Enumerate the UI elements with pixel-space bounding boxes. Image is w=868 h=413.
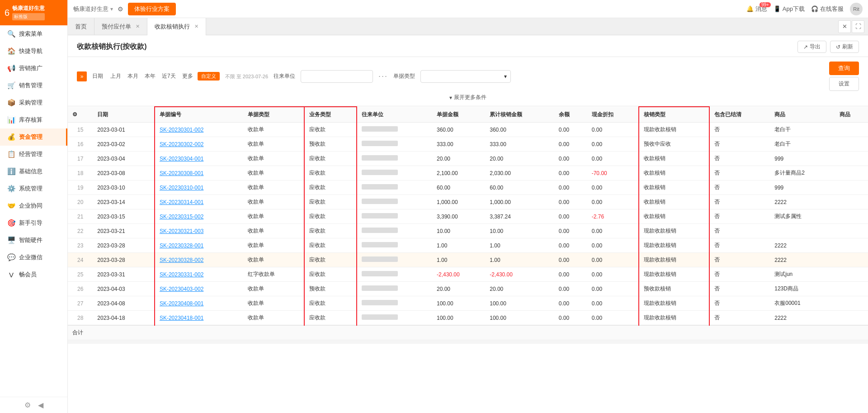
tab-home[interactable]: 首页 (68, 18, 94, 35)
sidebar-item-inventory[interactable]: 📊库存核算 (0, 111, 67, 128)
cell-voucher-type: 收款单 (243, 253, 304, 267)
voucher-link[interactable]: SK-20230321-003 (160, 228, 203, 234)
cell-cash-discount: 0.00 (587, 195, 639, 209)
cell-date: 2023-03-01 (93, 123, 155, 137)
cell-date: 2023-03-21 (93, 224, 155, 238)
sidebar-item-member[interactable]: V畅会员 (0, 266, 67, 283)
voucher-link[interactable]: SK-20230418-001 (160, 315, 203, 321)
date-custom-btn[interactable]: 自定义 (198, 72, 220, 81)
cell-voucher-no: SK-20230304-001 (155, 152, 243, 166)
table-row: 15 2023-03-01 SK-20230301-002 收款单 应收款 36… (68, 123, 868, 137)
date-7days-btn[interactable]: 近7天 (160, 71, 178, 81)
filter-toggle-button[interactable]: » (77, 71, 87, 81)
voucher-link[interactable]: SK-20230314-001 (160, 199, 203, 205)
collapse-icon[interactable]: ◀ (38, 401, 43, 409)
sidebar-item-sales[interactable]: 🛒销售管理 (0, 77, 67, 94)
solution-button[interactable]: 体验行业方案 (128, 3, 176, 15)
voucher-link[interactable]: SK-20230310-001 (160, 185, 203, 191)
voucher-link[interactable]: SK-20230308-001 (160, 170, 203, 176)
expand-more-button[interactable]: ▾ 展开更多条件 (449, 94, 486, 101)
cell-include-settled: 否 (709, 311, 770, 326)
date-filter-label: 日期 (92, 72, 103, 80)
setting-button[interactable]: 设置 (829, 77, 859, 91)
cell-voucher-no: SK-20230403-002 (155, 282, 243, 296)
table-row: 16 2023-03-02 SK-20230302-002 收款单 预收款 33… (68, 137, 868, 152)
bell-icon: 🔔 (746, 5, 754, 12)
notification-item[interactable]: 🔔 消息 99+ (746, 5, 767, 13)
cell-accumulated: 100.00 (485, 311, 554, 326)
sidebar-item-corp[interactable]: 🤝企业协同 (0, 197, 67, 214)
cell-voucher-no: SK-20230331-002 (155, 267, 243, 282)
export-button[interactable]: ↗ 导出 (797, 41, 826, 53)
cell-goods2 (835, 152, 868, 166)
cell-date: 2023-03-28 (93, 253, 155, 267)
th-amount: 单据金额 (432, 107, 485, 123)
online-service-item[interactable]: 🎧 在线客服 (811, 5, 844, 13)
cell-goods: 多计量商品2 (770, 166, 835, 180)
voucher-link[interactable]: SK-20230403-002 (160, 286, 203, 292)
cell-write-off-type: 现款收款核销 (639, 311, 709, 326)
th-settings[interactable]: ⚙ (68, 107, 93, 123)
cell-write-off-type: 收款核销 (639, 166, 709, 180)
voucher-link[interactable]: SK-20230408-001 (160, 300, 203, 307)
date-last-month-btn[interactable]: 上月 (108, 71, 123, 81)
sidebar-item-marketing[interactable]: 📢营销推广 (0, 60, 67, 77)
voucher-link[interactable]: SK-20230301-002 (160, 127, 203, 133)
date-this-month-btn[interactable]: 本月 (126, 71, 140, 81)
sidebar-item-finance[interactable]: 💰资金管理 (0, 128, 67, 146)
tab-collection[interactable]: 收款核销执行✕ (147, 18, 206, 35)
refresh-icon: ↺ (836, 44, 840, 50)
cell-include-settled: 否 (709, 296, 770, 311)
app-download-item[interactable]: 📱 App下载 (774, 5, 805, 13)
sidebar-item-wechat[interactable]: 💬企业微信 (0, 249, 67, 266)
voucher-type-select[interactable]: ▾ (420, 70, 511, 83)
cell-date: 2023-04-18 (93, 311, 155, 326)
cell-amount: -2,430.00 (432, 267, 485, 282)
fullscreen-button[interactable]: ⛶ (852, 20, 864, 33)
cell-date: 2023-03-08 (93, 166, 155, 180)
user-avatar[interactable]: Rit (850, 3, 863, 15)
cell-biz-type: 应收款 (304, 238, 357, 253)
close-tab-button[interactable]: ✕ (838, 20, 851, 33)
tab-prepay[interactable]: 预付应付单✕ (94, 18, 147, 35)
voucher-link[interactable]: SK-20230304-001 (160, 156, 203, 162)
refresh-button[interactable]: ↺ 刷新 (830, 41, 859, 53)
sidebar-item-nav[interactable]: 🏠快捷导航 (0, 43, 67, 60)
cell-write-off-type: 预收款核销 (639, 282, 709, 296)
sidebar-item-system[interactable]: ⚙️系统管理 (0, 180, 67, 197)
date-this-year-btn[interactable]: 本年 (143, 71, 157, 81)
more-filters-dots[interactable]: ··· (378, 71, 388, 81)
sidebar-item-purchase[interactable]: 📦采购管理 (0, 94, 67, 111)
sidebar-item-operation[interactable]: 📋经营管理 (0, 146, 67, 163)
voucher-link[interactable]: SK-20230328-001 (160, 242, 203, 249)
sidebar-item-search[interactable]: 🔍搜索菜单 (0, 25, 67, 43)
cell-write-off-type: 收款核销 (639, 152, 709, 166)
voucher-link[interactable]: SK-20230331-002 (160, 271, 203, 278)
guide-label: 新手引导 (19, 219, 42, 227)
voucher-link[interactable]: SK-20230302-002 (160, 141, 203, 147)
cell-goods2 (835, 224, 868, 238)
cell-goods: 2222 (770, 311, 835, 326)
sidebar-item-hardware[interactable]: 🖥️智能硬件 (0, 232, 67, 249)
scrollbar[interactable] (68, 340, 868, 344)
tabbar-right: ✕ ⛶ (838, 20, 868, 33)
sidebar-item-guide[interactable]: 🎯新手引导 (0, 214, 67, 232)
voucher-link[interactable]: SK-20230315-002 (160, 214, 203, 220)
cell-goods2 (835, 137, 868, 152)
tab-close-collection[interactable]: ✕ (194, 24, 198, 29)
tab-close-prepay[interactable]: ✕ (136, 24, 140, 29)
table-row: 20 2023-03-14 SK-20230314-001 收款单 应收款 1,… (68, 195, 868, 209)
cell-index: 27 (68, 296, 93, 311)
partner-input[interactable] (301, 70, 373, 83)
cell-voucher-type: 收款单 (243, 209, 304, 224)
finance-icon: 💰 (7, 133, 15, 141)
date-more-btn[interactable]: 更多 (180, 71, 195, 81)
topbar-gear-icon[interactable]: ⚙ (115, 5, 126, 14)
query-button[interactable]: 查询 (829, 62, 859, 75)
sidebar-item-basic[interactable]: ℹ️基础信息 (0, 163, 67, 180)
app-download-label: App下载 (783, 5, 805, 13)
search-icon: 🔍 (7, 30, 15, 38)
voucher-link[interactable]: SK-20230328-002 (160, 257, 203, 263)
settings-icon[interactable]: ⚙ (24, 401, 31, 409)
cell-voucher-type: 收款单 (243, 137, 304, 152)
